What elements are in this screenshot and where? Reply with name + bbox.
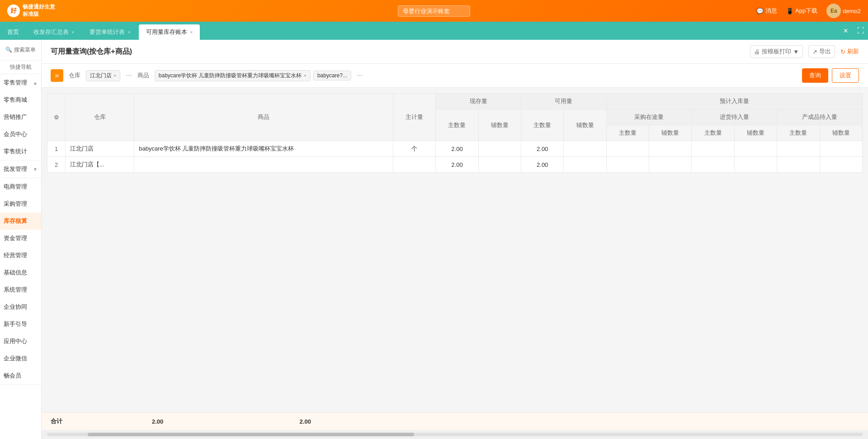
sidebar-item-retail-mall[interactable]: 零售商城 xyxy=(0,91,41,109)
sidebar-item-enterprise[interactable]: 企业协同 xyxy=(0,298,41,316)
sidebar-item-app-center[interactable]: 应用中心 xyxy=(0,333,41,350)
footer-avail-aux xyxy=(361,418,397,425)
product-more-btn[interactable]: ··· xyxy=(357,71,363,80)
sidebar-item-system[interactable]: 系统管理 xyxy=(0,281,41,298)
message-btn[interactable]: 💬 消息 xyxy=(756,7,777,15)
close-all-tabs[interactable]: × xyxy=(840,26,852,36)
table-row: 1 江北门店 babycare学饮杯 儿童防摔防撞吸管杯重力球吸嘴杯宝宝水杯 个… xyxy=(47,141,863,157)
warehouse-tag[interactable]: 江北门店 × xyxy=(86,70,120,81)
sidebar-search-section: 🔍 搜索菜单 xyxy=(0,40,41,61)
row-main-unit xyxy=(393,157,435,173)
sidebar-item-finance[interactable]: 资金管理 xyxy=(0,230,41,247)
tab-available[interactable]: 可用量库存账本 × xyxy=(139,24,200,40)
sidebar-item-retail-stats[interactable]: 零售统计 xyxy=(0,143,41,160)
tab-home[interactable]: 首页 xyxy=(0,24,26,40)
main-layout: 🔍 搜索菜单 快捷导航 零售管理 ▲ 零售商城 营销推广 会员中心 零售统计 批 xyxy=(0,40,868,439)
production-main-header: 主数量 xyxy=(777,125,820,141)
tab-receive[interactable]: 收发存汇总表 × xyxy=(26,24,81,40)
refresh-icon: ↻ xyxy=(840,48,845,55)
product-tag-2[interactable]: babycare?... xyxy=(313,71,351,80)
row-incoming-main xyxy=(692,141,734,157)
row-warehouse: 江北门店 xyxy=(66,141,134,157)
tab-order-label: 要货单统计表 xyxy=(90,28,125,36)
sidebar-item-membership[interactable]: 畅会员 xyxy=(0,367,41,384)
row-product xyxy=(134,157,393,173)
sidebar-section-wholesale: 批发管理 ▼ xyxy=(0,160,41,178)
refresh-btn[interactable]: ↻ 刷新 xyxy=(840,47,859,56)
quick-nav-btn[interactable]: 快捷导航 xyxy=(0,61,41,74)
scroll-track[interactable] xyxy=(47,433,863,436)
production-header: 产成品待入量 xyxy=(777,109,863,125)
tab-available-close[interactable]: × xyxy=(190,29,193,35)
product-filter-label: 商品 xyxy=(137,71,149,80)
sidebar-item-purchase[interactable]: 采购管理 xyxy=(0,195,41,212)
export-icon: ↗ xyxy=(812,48,817,55)
sidebar-item-wechat[interactable]: 企业微信 xyxy=(0,350,41,367)
product-tag-1[interactable]: babycare学饮杯 儿童防摔防撞吸管杯重力球吸嘴杯宝宝水杯 × xyxy=(155,70,311,81)
scroll-thumb[interactable] xyxy=(88,433,414,436)
sidebar-item-ecommerce[interactable]: 电商管理 xyxy=(0,178,41,195)
top-bar: 好 畅捷通好生意 标准版 母婴行业演示账套 💬 消息 📱 App下载 Ea de… xyxy=(0,0,868,22)
sidebar-item-new-guide[interactable]: 新手引导 xyxy=(0,316,41,333)
purchase-aux-header: 辅数量 xyxy=(649,125,692,141)
product-col-header: 商品 xyxy=(134,94,393,141)
sidebar-item-marketing[interactable]: 营销推广 xyxy=(0,109,41,126)
avail-aux-qty-header: 辅数量 xyxy=(564,109,606,141)
tab-order-close[interactable]: × xyxy=(127,29,130,35)
sidebar-item-base-info-label: 基础信息 xyxy=(4,269,27,277)
sidebar-item-operations-label: 经营管理 xyxy=(4,251,27,260)
app-download-btn[interactable]: 📱 App下载 xyxy=(786,7,817,15)
warehouse-more-btn[interactable]: ··· xyxy=(126,71,132,80)
query-btn[interactable]: 查询 xyxy=(802,68,828,83)
sidebar-item-wholesale[interactable]: 批发管理 ▼ xyxy=(0,160,41,178)
current-stock-header: 现存量 xyxy=(436,94,521,109)
page-title: 可用量查询(按仓库+商品) xyxy=(51,47,132,57)
row-purchase-aux xyxy=(649,157,692,173)
main-unit-col-header: 主计量 xyxy=(393,94,435,141)
sidebar-section-retail: 零售管理 ▲ 零售商城 营销推广 会员中心 零售统计 xyxy=(0,74,41,160)
sidebar-item-retail-mgmt[interactable]: 零售管理 ▲ xyxy=(0,74,41,91)
tab-receive-close[interactable]: × xyxy=(71,29,74,35)
row-purchase-main xyxy=(606,141,649,157)
sidebar-item-base-info[interactable]: 基础信息 xyxy=(0,264,41,281)
row-stock-main: 2.00 xyxy=(436,141,478,157)
avatar: Ea xyxy=(826,4,841,18)
row-warehouse: 江北门店【... xyxy=(66,157,134,173)
settings-col-header: ⚙ xyxy=(47,94,66,141)
logo-icon: 好 xyxy=(7,5,20,17)
filter-bar: » 仓库 江北门店 × ··· 商品 babycare学饮杯 儿童防摔防撞吸管杯… xyxy=(42,64,868,88)
expand-tabs[interactable]: ⛶ xyxy=(854,27,868,35)
row-purchase-aux xyxy=(649,141,692,157)
row-production-main xyxy=(777,141,820,157)
row-stock-aux xyxy=(478,157,521,173)
forecast-in-header: 预计入库量 xyxy=(606,94,862,109)
app-icon: 📱 xyxy=(786,8,793,14)
footer-total-label: 合计 xyxy=(51,417,121,425)
user-profile[interactable]: Ea demo2 xyxy=(826,4,861,18)
sidebar-item-inventory[interactable]: 库存核算 xyxy=(0,212,41,230)
product-tags: babycare学饮杯 儿童防摔防撞吸管杯重力球吸嘴杯宝宝水杯 × babyca… xyxy=(155,70,351,81)
gear-icon[interactable]: ⚙ xyxy=(54,114,59,121)
filter-expand-btn[interactable]: » xyxy=(51,69,63,82)
tab-order[interactable]: 要货单统计表 × xyxy=(82,24,137,40)
table-footer: 合计 2.00 2.00 xyxy=(42,412,868,430)
warehouse-tag-close[interactable]: × xyxy=(113,73,116,78)
industry-select[interactable]: 母婴行业演示账套 xyxy=(398,5,470,17)
product-tag-1-close[interactable]: × xyxy=(303,73,306,78)
footer-avail-main: 2.00 xyxy=(287,418,323,425)
print-btn[interactable]: 🖨 按模板打印 ▼ xyxy=(750,45,803,58)
sidebar-item-inventory-label: 库存核算 xyxy=(4,217,27,225)
sidebar-item-new-guide-label: 新手引导 xyxy=(4,320,27,328)
top-bar-right: 💬 消息 📱 App下载 Ea demo2 xyxy=(756,4,861,18)
table-row: 2 江北门店【... 2.00 2.00 xyxy=(47,157,863,173)
footer-purchase-aux xyxy=(509,418,545,425)
export-btn[interactable]: ↗ 导出 xyxy=(808,45,835,58)
chevron-down-icon: ▼ xyxy=(33,167,38,172)
sidebar-section-others: 电商管理 采购管理 库存核算 资金管理 经营管理 基础信息 系统管理 企业协同 xyxy=(0,178,41,385)
sidebar-item-member[interactable]: 会员中心 xyxy=(0,126,41,143)
sidebar-item-member-label: 会员中心 xyxy=(4,130,27,138)
sidebar-item-retail-mgmt-label: 零售管理 xyxy=(4,79,27,87)
sidebar-item-operations[interactable]: 经营管理 xyxy=(0,247,41,264)
search-menu-btn[interactable]: 🔍 搜索菜单 xyxy=(4,43,38,57)
setting-btn[interactable]: 设置 xyxy=(832,68,859,83)
